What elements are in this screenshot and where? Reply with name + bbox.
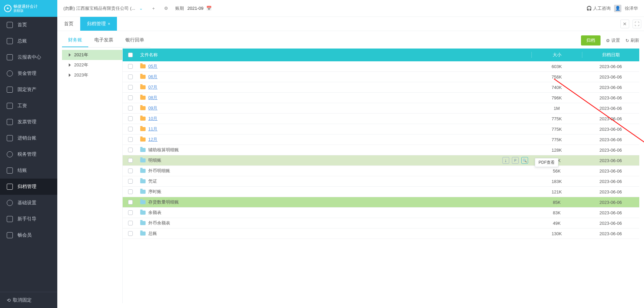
- add-company-button[interactable]: ＋: [150, 5, 157, 12]
- sidebar-item-stock[interactable]: 进销台账: [0, 130, 57, 146]
- archive-button[interactable]: 归档: [581, 35, 601, 45]
- row-checkbox[interactable]: [128, 158, 133, 163]
- refresh-button[interactable]: ↻ 刷新: [625, 37, 639, 43]
- file-name[interactable]: 外币余额表: [148, 220, 170, 226]
- file-name[interactable]: 外币明细账: [148, 168, 170, 174]
- tree-year[interactable]: 2021年: [62, 50, 122, 60]
- settings-button[interactable]: ⚙ 设置: [606, 37, 620, 43]
- fullscreen-button[interactable]: ⛶: [633, 20, 641, 28]
- consult-button[interactable]: 🎧 人工咨询: [586, 5, 611, 11]
- row-checkbox[interactable]: [128, 64, 133, 69]
- row-checkbox[interactable]: [128, 137, 133, 142]
- period-label: 账期: [175, 5, 184, 11]
- file-name[interactable]: 10月: [148, 116, 157, 122]
- row-checkbox[interactable]: [128, 231, 133, 236]
- username[interactable]: 徐泽华: [625, 5, 638, 11]
- row-checkbox[interactable]: [128, 127, 133, 131]
- row-checkbox[interactable]: [128, 148, 133, 152]
- file-name[interactable]: 09月: [148, 105, 157, 111]
- table-row[interactable]: 09月1M2023-06-06: [123, 103, 639, 114]
- row-checkbox[interactable]: [128, 179, 133, 184]
- sidebar-item-settings[interactable]: 基础设置: [0, 195, 57, 211]
- file-name[interactable]: 余额表: [148, 210, 161, 216]
- row-checkbox[interactable]: [128, 189, 133, 194]
- row-checkbox[interactable]: [128, 74, 133, 79]
- row-checkbox[interactable]: [128, 210, 133, 215]
- file-name[interactable]: 凭证: [148, 178, 157, 184]
- user-avatar[interactable]: 👤: [614, 5, 621, 12]
- sidebar-item-close[interactable]: 结账: [0, 162, 57, 179]
- file-name[interactable]: 辅助核算明细账: [148, 147, 179, 153]
- sidebar-item-fund[interactable]: 资金管理: [0, 65, 57, 82]
- file-name[interactable]: 11月: [148, 126, 157, 132]
- archive-date: 2023-06-06: [582, 106, 639, 111]
- table-row[interactable]: 06月756K2023-06-06: [123, 72, 639, 82]
- stock-icon: [7, 135, 13, 141]
- table-row[interactable]: 外币余额表49K2023-06-06: [123, 218, 639, 228]
- table-row[interactable]: 凭证183K2023-06-06: [123, 176, 639, 187]
- sidebar-item-salary[interactable]: 工资: [0, 98, 57, 114]
- sub-tab[interactable]: 电子发票: [88, 34, 119, 47]
- file-name[interactable]: 07月: [148, 84, 157, 90]
- period-value[interactable]: 2021-09: [187, 6, 204, 11]
- sidebar-item-tax[interactable]: 税务管理: [0, 146, 57, 162]
- table-row[interactable]: 总账130K2023-06-06: [123, 228, 639, 239]
- row-checkbox[interactable]: [128, 106, 133, 111]
- table-row[interactable]: 12月775K2023-06-06: [123, 134, 639, 145]
- table-row[interactable]: 序时账121K2023-06-06: [123, 187, 639, 197]
- table-row[interactable]: 11月775K2023-06-06: [123, 124, 639, 134]
- chart-icon: [7, 54, 13, 60]
- table-row[interactable]: 10月775K2023-06-06: [123, 114, 639, 124]
- row-checkbox[interactable]: [128, 168, 133, 173]
- preview-icon[interactable]: 🔍: [521, 157, 528, 164]
- file-name[interactable]: 明细账: [148, 157, 161, 163]
- calendar-icon[interactable]: 📅: [206, 6, 212, 11]
- file-name[interactable]: 总账: [148, 230, 157, 237]
- table-row[interactable]: 余额表83K2023-06-06: [123, 208, 639, 218]
- sidebar-item-home[interactable]: 首页: [0, 17, 57, 33]
- sub-tab[interactable]: 财务账: [62, 34, 88, 47]
- file-name[interactable]: 序时账: [148, 189, 161, 195]
- sidebar-item-chart[interactable]: 云报表中心: [0, 49, 57, 65]
- row-checkbox[interactable]: [128, 200, 133, 205]
- company-selector[interactable]: (勿删) 江西服宝精品有限责任公司 (... ⌄: [63, 5, 147, 11]
- sub-tab[interactable]: 银行回单: [119, 34, 150, 47]
- table-row[interactable]: 08月796K2023-06-06: [123, 93, 639, 103]
- tab-close-button[interactable]: ✕: [620, 20, 629, 28]
- sidebar-item-archive[interactable]: 归档管理: [0, 179, 57, 195]
- row-checkbox[interactable]: [128, 221, 133, 225]
- file-name[interactable]: 08月: [148, 95, 157, 101]
- table-row[interactable]: 07月740K2023-06-06: [123, 82, 639, 93]
- pdf-icon[interactable]: P: [512, 157, 519, 164]
- row-checkbox[interactable]: [128, 85, 133, 90]
- page-tab[interactable]: 归档管理×: [80, 17, 117, 31]
- table-row[interactable]: 存货数量明细账85K2023-06-06: [123, 197, 639, 208]
- select-all-checkbox[interactable]: [128, 53, 133, 57]
- sidebar-unpin[interactable]: ⟲ 取消固定: [0, 292, 57, 308]
- file-name[interactable]: 05月: [148, 63, 157, 69]
- sidebar-item-invoice[interactable]: 发票管理: [0, 114, 57, 130]
- file-name[interactable]: 06月: [148, 74, 157, 80]
- row-checkbox[interactable]: [128, 95, 133, 100]
- gear-icon: ⚙: [606, 38, 610, 43]
- table-row[interactable]: 明细账⭳P🔍PDF查看30K2023-06-06: [123, 155, 639, 166]
- ledger-icon: [7, 38, 13, 44]
- file-name[interactable]: 存货数量明细账: [148, 199, 179, 205]
- download-icon[interactable]: ⭳: [502, 157, 509, 164]
- table-row[interactable]: 辅助核算明细账128K2023-06-06: [123, 145, 639, 155]
- tree-year[interactable]: 2023年: [62, 70, 122, 80]
- sidebar-item-guide[interactable]: 新手引导: [0, 211, 57, 227]
- sidebar-item-ledger[interactable]: 总账: [0, 33, 57, 49]
- table-row[interactable]: 05月603K2023-06-06: [123, 61, 639, 72]
- sidebar-item-asset[interactable]: 固定资产: [0, 82, 57, 98]
- company-settings-button[interactable]: ⚙: [162, 5, 170, 12]
- row-checkbox[interactable]: [128, 116, 133, 121]
- tab-close-icon[interactable]: ×: [108, 22, 110, 26]
- page-tab[interactable]: 首页: [57, 17, 80, 31]
- file-folder-icon: [140, 190, 146, 194]
- tree-year[interactable]: 2022年: [62, 60, 122, 70]
- table-row[interactable]: 外币明细账56K2023-06-06: [123, 166, 639, 176]
- file-name[interactable]: 12月: [148, 136, 157, 143]
- sidebar-item-member[interactable]: 畅会员: [0, 227, 57, 243]
- brand-logo[interactable]: ✦ 畅捷通好会计 旗舰版: [0, 0, 57, 17]
